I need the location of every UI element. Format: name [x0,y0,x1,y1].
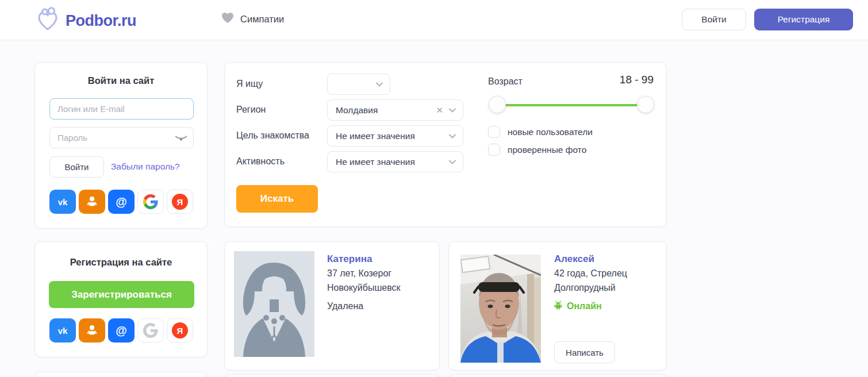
register-social-buttons: vk @ Я [49,318,193,343]
region-select-value: Молдавия [336,105,436,116]
android-icon [554,301,562,312]
region-select[interactable]: Молдавия ✕ [327,99,463,121]
search-filter-card: Я ищу Регион Цель знакомства Активность … [224,62,667,227]
online-status-label: Онлайн [567,301,602,311]
new-users-checkbox[interactable] [488,126,500,138]
verified-photos-checkbox-label: проверенные фото [508,145,586,155]
login-card: Войти на сайт Войти Забыли пароль? vk @ [34,62,208,229]
nav-sympathies[interactable]: Симпатии [221,12,284,26]
odnoklassniki-icon[interactable] [79,318,105,343]
yandex-icon[interactable]: Я [167,190,193,214]
profile-city: Новокуйбышевск [327,283,401,293]
forgot-password-link[interactable]: Забыли пароль? [111,161,180,172]
new-users-checkbox-row: новые пользователи [488,126,593,138]
chevron-down-icon [449,108,456,113]
chevron-down-icon [376,82,383,87]
odnoklassniki-icon[interactable] [79,190,105,214]
filter-label-seeking: Я ищу [236,79,263,89]
next-profile-card-edge [224,374,440,377]
profile-name-link[interactable]: Катерина [327,253,372,265]
clear-region-icon[interactable]: ✕ [436,105,443,116]
register-card-title: Регистрация на сайте [35,257,207,268]
age-slider-track[interactable] [489,104,654,106]
header-register-button[interactable]: Регистрация [754,9,853,30]
activity-select-value: Не имеет значения [336,157,449,167]
filter-label-region: Регион [236,105,266,115]
profile-age-zodiac: 37 лет, Козерог [327,268,391,279]
logo-text: Podbor.ru [66,12,136,30]
password-input[interactable] [49,127,194,148]
google-icon-gray[interactable] [137,318,164,343]
profile-card: Алексей 42 года, Стрелец Долгопрудный Он… [448,241,667,371]
age-slider-handle-max[interactable] [637,96,654,113]
activity-select[interactable]: Не имеет значения [327,151,463,172]
age-range-value: 18 - 99 [562,74,654,86]
logo-heart-people-icon [34,6,61,35]
profile-city: Долгопрудный [554,283,616,293]
login-card-title: Войти на сайт [35,75,207,86]
nav-sympathies-label: Симпатии [240,14,284,25]
header: Podbor.ru Симпатии Войти Регистрация [0,0,868,40]
chevron-down-icon [449,160,456,164]
yandex-icon[interactable]: Я [167,318,193,343]
login-submit-button[interactable]: Войти [49,156,104,178]
age-label: Возраст [488,76,523,87]
filter-label-activity: Активность [236,156,285,167]
login-social-buttons: vk @ Я [49,190,193,214]
header-login-button[interactable]: Войти [682,9,746,30]
profile-photo-placeholder-female[interactable] [234,251,314,357]
search-button[interactable]: Искать [236,185,318,213]
next-profile-card-edge [448,374,667,377]
profile-photo-male[interactable] [460,255,541,363]
online-status: Онлайн [554,301,602,312]
vk-icon[interactable]: vk [49,318,76,343]
profile-status: Удалена [327,301,363,311]
profile-name-link[interactable]: Алексей [554,253,594,265]
new-users-checkbox-label: новые пользователи [508,127,593,137]
seeking-select[interactable] [327,74,390,95]
register-submit-button[interactable]: Зарегистрироваться [49,281,194,308]
verified-photos-checkbox[interactable] [488,144,500,156]
goal-select-value: Не имеет значения [336,131,449,141]
mailru-icon[interactable]: @ [108,318,135,343]
next-sidebar-card-edge [34,372,208,377]
message-button[interactable]: Написать [554,341,615,363]
show-password-eye-icon[interactable] [175,133,187,143]
login-input[interactable] [49,98,194,120]
register-card: Регистрация на сайте Зарегистрироваться … [34,241,208,357]
mailru-icon[interactable]: @ [108,190,135,214]
vk-icon[interactable]: vk [49,190,76,214]
podbor-page: Podbor.ru Симпатии Войти Регистрация Вой… [0,0,868,377]
goal-select[interactable]: Не имеет значения [327,125,463,147]
age-slider-handle-min[interactable] [489,96,506,113]
google-icon[interactable] [137,190,164,214]
verified-photos-checkbox-row: проверенные фото [488,144,586,156]
logo[interactable]: Podbor.ru [34,6,136,35]
heart-icon [221,12,234,26]
filter-label-goal: Цель знакомства [236,130,309,141]
profile-age-zodiac: 42 года, Стрелец [554,268,627,279]
chevron-down-icon [449,134,456,139]
profile-card: Катерина 37 лет, Козерог Новокуйбышевск … [224,241,440,371]
